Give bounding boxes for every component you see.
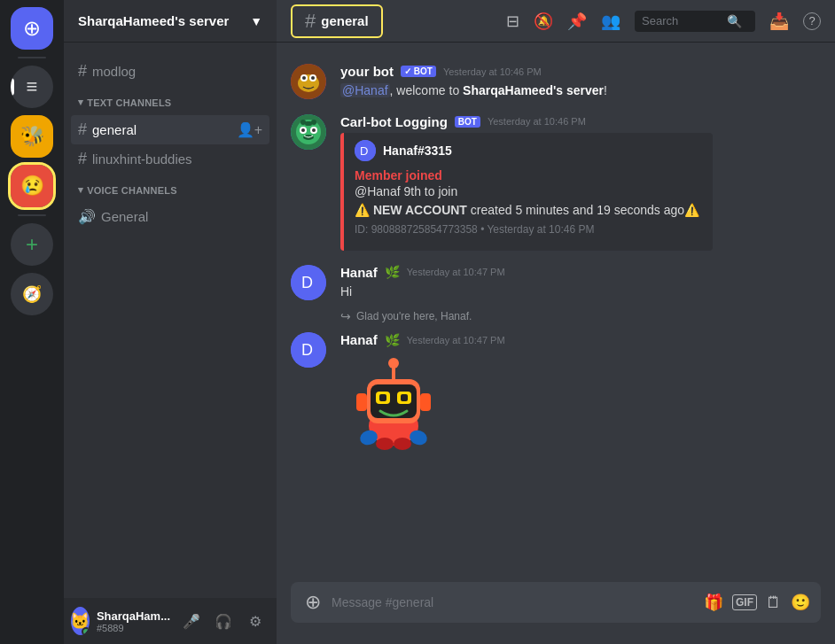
svg-rect-27	[379, 394, 386, 401]
message-content-yourbot: your bot ✓ BOT Yesterday at 10:46 PM @Ha…	[340, 64, 821, 100]
svg-point-15	[311, 120, 316, 125]
discover-icon: 🧭	[22, 284, 42, 304]
embed-author-icon: D	[355, 140, 376, 161]
avatar-carlbot	[291, 114, 326, 150]
messages-area: your bot ✓ BOT Yesterday at 10:46 PM @Ha…	[277, 43, 835, 582]
add-server-button[interactable]: +	[11, 223, 53, 266]
user-avatar: 🐱	[71, 607, 90, 635]
message-group-carlbot: Carl-bot Logging BOT Yesterday at 10:46 …	[291, 107, 821, 258]
channel-item-voice-general[interactable]: 🔊 General	[71, 203, 269, 230]
message-group-hanaf2: D Hanaf 🌿 Yesterday at 10:47 PM	[291, 325, 821, 467]
message-header-carlbot: Carl-bot Logging BOT Yesterday at 10:46 …	[340, 114, 821, 129]
channel-item-modlog[interactable]: # modlog	[71, 57, 269, 86]
avatar-carlbot-img	[291, 114, 326, 150]
add-server-icon: +	[26, 232, 38, 257]
server-icon-emoji[interactable]: 😢	[11, 165, 53, 207]
channel-name-box: # general	[291, 4, 383, 38]
svg-rect-32	[420, 393, 431, 411]
svg-rect-28	[401, 394, 408, 401]
settings-button[interactable]: ⚙	[241, 607, 269, 635]
svg-point-11	[312, 128, 316, 132]
svg-text:D: D	[301, 341, 313, 359]
server-bee-icon: 🐝	[20, 125, 44, 148]
add-attachment-button[interactable]: ⊕	[301, 582, 324, 623]
server-icon-stripes[interactable]: ≡	[11, 66, 53, 108]
message-time-yourbot: Yesterday at 10:46 PM	[443, 66, 542, 77]
svg-rect-31	[356, 393, 367, 411]
channel-list: # modlog ▾ TEXT CHANNELS # general 👤+ # …	[64, 43, 277, 598]
svg-point-36	[394, 438, 411, 450]
emoji-icon[interactable]: 🙂	[791, 593, 810, 612]
chevron-down-icon: ▼	[250, 14, 262, 28]
server-icon-home[interactable]: ⊕	[11, 7, 53, 50]
user-info: SharqaHam... #5889	[97, 609, 170, 633]
message-input[interactable]	[332, 586, 697, 619]
mic-button[interactable]: 🎤	[177, 607, 206, 635]
threads-icon[interactable]: ⊟	[506, 12, 519, 31]
embed-author-name: Hanaf#3315	[383, 144, 452, 158]
embed-carlbot: D Hanaf#3315 Member joined @Hanaf 9th to…	[340, 133, 713, 251]
headset-button[interactable]: 🎧	[209, 607, 238, 635]
help-icon[interactable]: ?	[803, 12, 821, 30]
channel-sidebar: SharqaHameed's server ▼ # modlog ▾ TEXT …	[64, 0, 277, 644]
hash-icon-linuxhint: #	[78, 150, 87, 168]
gif-button[interactable]: GIF	[732, 594, 757, 610]
channel-name-general: general	[92, 122, 231, 137]
server-header[interactable]: SharqaHameed's server ▼	[64, 0, 277, 43]
server-list: ⊕ ≡ 🐝 😢 + 🧭	[0, 0, 64, 644]
server-icon-bee[interactable]: 🐝	[11, 115, 53, 158]
search-bar[interactable]: 🔍	[635, 11, 755, 32]
message-time-carlbot: Yesterday at 10:46 PM	[488, 116, 586, 127]
message-text-hanaf1: Hi	[340, 283, 821, 301]
server-stripes-icon: ≡	[27, 75, 38, 98]
username: SharqaHam...	[97, 609, 170, 623]
pin-icon[interactable]: 📌	[567, 12, 587, 31]
svg-point-5	[311, 76, 315, 80]
speaker-icon: 🔊	[78, 208, 96, 225]
svg-text:D: D	[360, 144, 368, 158]
message-content-hanaf2: Hanaf 🌿 Yesterday at 10:47 PM	[340, 332, 821, 460]
server-divider-2	[18, 214, 46, 216]
sticker-icon[interactable]: 🗒	[766, 594, 782, 612]
inbox-icon[interactable]: 📥	[769, 12, 789, 31]
embed-discord-icon: D	[355, 140, 376, 161]
search-input[interactable]	[642, 14, 722, 27]
members-icon[interactable]: 👥	[601, 12, 620, 31]
hash-icon-general: #	[78, 120, 87, 139]
chat-input-box: ⊕ 🎁 GIF 🗒 🙂	[291, 582, 821, 623]
message-author-hanaf2: Hanaf	[340, 332, 378, 347]
message-group-yourbot: your bot ✓ BOT Yesterday at 10:46 PM @Ha…	[291, 57, 821, 107]
message-text-yourbot: @Hanaf, welcome to SharqaHameed's server…	[340, 82, 821, 100]
avatar-hanaf2: D	[291, 332, 326, 368]
message-header-hanaf1: Hanaf 🌿 Yesterday at 10:47 PM	[340, 265, 821, 280]
header-icons: ⊟ 🔕 📌 👥 🔍 📥 ?	[506, 11, 821, 32]
add-member-icon[interactable]: 👤+	[237, 121, 262, 138]
channel-item-general[interactable]: # general 👤+	[71, 115, 269, 144]
channel-item-linuxhint-buddies[interactable]: # linuxhint-buddies	[71, 144, 269, 174]
embed-author: D Hanaf#3315	[355, 140, 702, 161]
hash-icon: #	[78, 62, 87, 81]
discover-button[interactable]: 🧭	[11, 273, 53, 315]
embed-field-value: @Hanaf 9th to join ⚠️ NEW ACCOUNT create…	[355, 182, 702, 238]
channel-name-voice-general: General	[101, 209, 262, 224]
user-controls: 🎤 🎧 ⚙	[177, 607, 269, 635]
gift-icon[interactable]: 🎁	[704, 593, 723, 612]
mute-icon[interactable]: 🔕	[534, 12, 553, 31]
svg-point-35	[376, 438, 394, 450]
avatar-hanaf2-img: D	[291, 332, 326, 368]
reply-text: Glad you're here, Hanaf.	[356, 310, 472, 322]
headset-icon: 🎧	[215, 613, 232, 630]
svg-point-10	[301, 128, 305, 132]
chevron-right-icon: ▾	[78, 97, 83, 108]
message-header-hanaf2: Hanaf 🌿 Yesterday at 10:47 PM	[340, 332, 821, 347]
server-emoji-icon: 😢	[20, 175, 44, 198]
avatar-yourbot-img	[291, 64, 326, 99]
chevron-right-icon-voice: ▾	[78, 184, 83, 196]
mic-icon: 🎤	[183, 613, 200, 630]
chat-header: # general ⊟ 🔕 📌 👥 🔍 📥 ?	[277, 0, 835, 43]
svg-point-14	[300, 120, 306, 125]
channel-name-modlog: modlog	[92, 64, 262, 79]
reply-arrow-icon: ↪	[340, 309, 351, 323]
message-header-yourbot: your bot ✓ BOT Yesterday at 10:46 PM	[340, 64, 821, 79]
embed-field: Member joined @Hanaf 9th to join ⚠️ NEW …	[355, 168, 702, 238]
